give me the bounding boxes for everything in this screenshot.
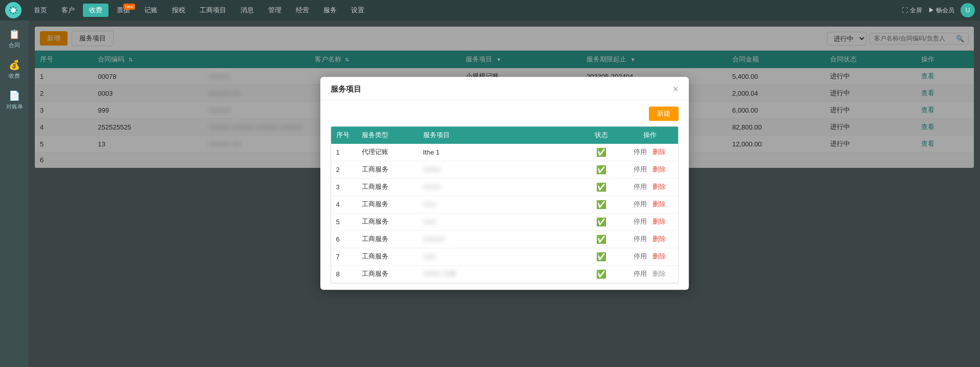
list-item: 2 工商服务 XXXX ✅ 停用 删除 [331,161,678,178]
list-item: 5 工商服务 XXX ✅ 停用 删除 [331,213,678,230]
modal-cell-no: 3 [331,178,357,196]
list-item: 1 代理记账 Ithe 1 ✅ 停用 删除 [331,144,678,161]
nav-message[interactable]: 消息 [234,4,260,17]
modal-cell-actions: 停用 删除 [622,196,678,213]
nav-service[interactable]: 服务 [317,4,343,17]
modal-table: 序号 服务类型 服务项目 状态 操作 1 代理记账 Ithe 1 ✅ 停用 [331,126,678,283]
modal-new-button[interactable]: 新建 [649,106,679,121]
modal-col-item: 服务项目 [418,126,581,144]
list-item: 7 工商服务 XXX ✅ 停用 删除 [331,248,678,265]
modal-cell-type: 工商服务 [357,265,418,283]
modal-cell-actions: 停用 删除 [622,144,678,161]
modal-header: 服务项目 × [320,77,689,100]
modal-cell-no: 5 [331,213,357,230]
modal-cell-type: 代理记账 [357,144,418,161]
modal-cell-actions: 停用 删除 [622,248,678,265]
main-content: 新增 服务项目 进行中 全部 已结束 🔍 [29,20,980,367]
layout: 📋 合同 💰 收费 📄 对账单 新增 服务项目 进行中 全部 已结束 [0,20,980,367]
member-btn[interactable]: ▶ 畅会员 [928,6,954,15]
new-badge: new [123,4,135,10]
modal-cell-actions: 停用 删除 [622,178,678,196]
stop-button[interactable]: 停用 [634,270,647,277]
delete-button[interactable]: 删除 [652,200,666,208]
avatar[interactable]: U [961,3,975,17]
stop-button[interactable]: 停用 [634,165,647,173]
modal-col-status: 状态 [581,126,622,144]
app-logo [5,2,21,18]
stop-button[interactable]: 停用 [634,200,647,208]
nav-billing[interactable]: 收费 [83,4,108,17]
sidebar-label-billing: 收费 [9,72,20,80]
list-item: 3 工商服务 XXXX ✅ 停用 删除 [331,178,678,196]
nav-home[interactable]: 首页 [28,4,53,17]
modal-cell-status: ✅ [581,265,622,283]
delete-button[interactable]: 删除 [652,252,666,260]
nav-settings[interactable]: 设置 [345,4,371,17]
list-item: 8 工商服务 XXXX 注册 ✅ 停用 删除 [331,265,678,283]
nav-invoice[interactable]: 票据 new [111,4,136,17]
service-modal: 服务项目 × 新建 序号 服务类型 服务项目 状态 [320,77,689,290]
status-active-icon: ✅ [596,200,606,209]
modal-col-type: 服务类型 [357,126,418,144]
modal-table-wrap[interactable]: 序号 服务类型 服务项目 状态 操作 1 代理记账 Ithe 1 ✅ 停用 [331,126,679,284]
modal-cell-type: 工商服务 [357,178,418,196]
modal-cell-item: XXXX 注册 [418,265,581,283]
sidebar-label-contract: 合同 [9,41,20,49]
modal-cell-item: XXXX [418,161,581,178]
modal-cell-type: 工商服务 [357,213,418,230]
delete-button[interactable]: 删除 [652,183,666,190]
delete-button[interactable]: 删除 [652,235,666,243]
modal-col-action: 操作 [622,126,678,144]
sidebar-item-contract[interactable]: 📋 合同 [2,25,27,53]
status-active-icon: ✅ [596,165,606,174]
modal-body: 新建 序号 服务类型 服务项目 状态 操作 [320,100,689,290]
delete-button[interactable]: 删除 [652,270,666,277]
modal-cell-type: 工商服务 [357,230,418,248]
modal-cell-item: XXXXX [418,230,581,248]
stop-button[interactable]: 停用 [634,148,647,156]
modal-cell-status: ✅ [581,230,622,248]
list-item: 4 工商服务 XXX ✅ 停用 删除 [331,196,678,213]
nav-right: ⛶ 全屏 ▶ 畅会员 U [902,3,975,17]
stop-button[interactable]: 停用 [634,218,647,225]
modal-cell-item: Ithe 1 [418,144,581,161]
reconcile-icon: 📄 [9,90,20,101]
nav-manage[interactable]: 管理 [262,4,288,17]
sidebar-item-billing[interactable]: 💰 收费 [2,55,27,84]
modal-close-button[interactable]: × [673,84,679,95]
nav-tax[interactable]: 报税 [166,4,191,17]
modal-cell-type: 工商服务 [357,196,418,213]
modal-cell-type: 工商服务 [357,161,418,178]
sidebar-item-reconcile[interactable]: 📄 对账单 [2,86,27,115]
svg-point-0 [11,8,15,12]
stop-button[interactable]: 停用 [634,235,647,243]
delete-button[interactable]: 删除 [652,165,666,173]
modal-cell-actions: 停用 删除 [622,265,678,283]
list-item: 6 工商服务 XXXXX ✅ 停用 删除 [331,230,678,248]
modal-cell-type: 工商服务 [357,248,418,265]
modal-cell-actions: 停用 删除 [622,213,678,230]
nav-bookkeeping[interactable]: 记账 [138,4,164,17]
modal-cell-item: XXX [418,213,581,230]
status-active-icon: ✅ [596,148,606,157]
modal-col-no: 序号 [331,126,357,144]
nav-business[interactable]: 工商项目 [193,4,232,17]
nav-items: 首页 客户 收费 票据 new 记账 报税 工商项目 消息 管理 经营 服务 设… [28,4,902,17]
delete-button[interactable]: 删除 [652,148,666,156]
modal-cell-status: ✅ [581,178,622,196]
modal-cell-no: 1 [331,144,357,161]
modal-cell-no: 6 [331,230,357,248]
modal-cell-item: XXXX [418,178,581,196]
modal-cell-no: 4 [331,196,357,213]
delete-button[interactable]: 删除 [652,218,666,225]
modal-cell-item: XXX [418,196,581,213]
modal-cell-status: ✅ [581,196,622,213]
fullscreen-btn[interactable]: ⛶ 全屏 [902,6,922,15]
modal-cell-status: ✅ [581,161,622,178]
modal-cell-no: 2 [331,161,357,178]
nav-customer[interactable]: 客户 [55,4,81,17]
stop-button[interactable]: 停用 [634,183,647,190]
stop-button[interactable]: 停用 [634,252,647,260]
status-active-icon: ✅ [596,218,606,226]
nav-operation[interactable]: 经营 [290,4,315,17]
